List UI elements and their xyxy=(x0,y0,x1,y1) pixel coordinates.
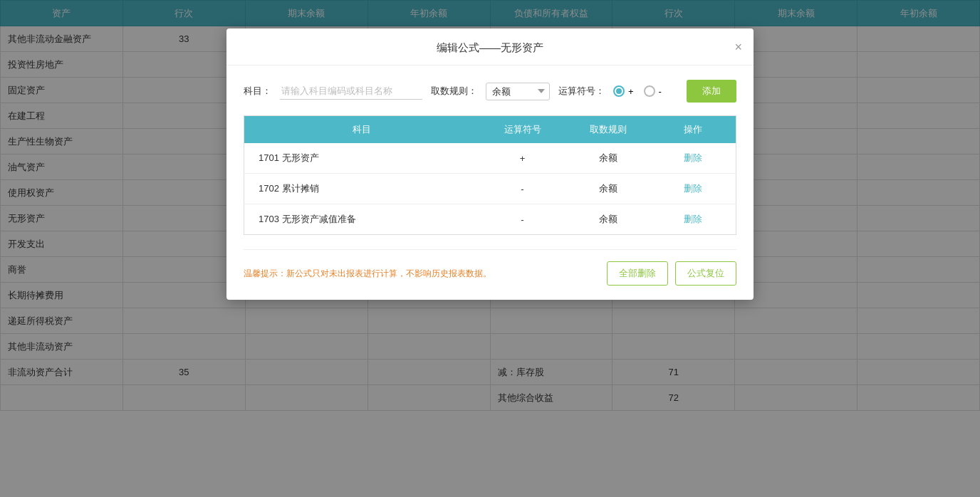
delete-row-button[interactable]: 删除 xyxy=(684,152,702,164)
rule-select[interactable]: 余额 借方发生额 贷方发生额 xyxy=(486,83,550,100)
table-row: 1701 无形资产+余额删除 xyxy=(244,143,736,174)
delete-row-button[interactable]: 删除 xyxy=(684,213,702,226)
formula-rule: 余额 xyxy=(565,143,651,174)
formula-action: 删除 xyxy=(651,204,736,235)
formula-action: 删除 xyxy=(651,174,736,204)
formula-rule: 余额 xyxy=(565,174,651,204)
formula-operator: - xyxy=(480,204,565,235)
formula-subject: 1701 无形资产 xyxy=(244,143,480,174)
radio-plus-label: + xyxy=(628,86,634,97)
formula-operator: - xyxy=(480,174,565,204)
table-row: 1702 累计摊销-余额删除 xyxy=(244,174,736,204)
tip-text: 温馨提示：新公式只对未出报表进行计算，不影响历史报表数据。 xyxy=(244,268,491,280)
radio-plus[interactable]: + xyxy=(613,85,634,97)
delete-row-button[interactable]: 删除 xyxy=(684,182,702,195)
modal-dialog: 编辑公式——无形资产 × 科目： 取数规则： 余额 借方发生额 贷方发生额 运算… xyxy=(226,28,754,300)
th-subject: 科目 xyxy=(244,116,480,144)
th-rule: 取数规则 xyxy=(565,116,651,144)
formula-operator: + xyxy=(480,143,565,174)
subject-input[interactable] xyxy=(280,83,422,100)
radio-minus-circle xyxy=(644,85,655,97)
rule-label: 取数规则： xyxy=(431,85,477,98)
formula-subject: 1703 无形资产减值准备 xyxy=(244,204,480,235)
delete-all-button[interactable]: 全部删除 xyxy=(607,261,668,286)
subject-label: 科目： xyxy=(244,85,271,98)
th-operator: 运算符号 xyxy=(480,116,565,144)
reset-formula-button[interactable]: 公式复位 xyxy=(675,261,736,286)
form-row: 科目： 取数规则： 余额 借方发生额 贷方发生额 运算符号： + xyxy=(244,80,736,103)
formula-subject: 1702 累计摊销 xyxy=(244,174,480,204)
operator-label: 运算符号： xyxy=(558,85,605,98)
modal-overlay: 编辑公式——无形资产 × 科目： 取数规则： 余额 借方发生额 贷方发生额 运算… xyxy=(0,0,980,497)
rule-select-group: 余额 借方发生额 贷方发生额 xyxy=(486,83,550,100)
close-button[interactable]: × xyxy=(734,41,742,53)
modal-footer: 温馨提示：新公式只对未出报表进行计算，不影响历史报表数据。 全部删除 公式复位 xyxy=(226,250,754,300)
formula-table: 科目 运算符号 取数规则 操作 1701 无形资产+余额删除1702 累计摊销-… xyxy=(244,115,736,235)
operator-radio-group: + - xyxy=(613,85,662,97)
radio-minus-label: - xyxy=(659,86,662,97)
modal-title: 编辑公式——无形资产 xyxy=(437,41,543,53)
radio-plus-circle xyxy=(613,85,625,97)
add-button[interactable]: 添加 xyxy=(687,80,736,103)
formula-action: 删除 xyxy=(651,143,736,174)
modal-header: 编辑公式——无形资产 × xyxy=(226,28,754,66)
modal-body: 科目： 取数规则： 余额 借方发生额 贷方发生额 运算符号： + xyxy=(226,66,754,249)
th-action: 操作 xyxy=(651,116,736,144)
radio-minus[interactable]: - xyxy=(644,85,662,97)
footer-buttons: 全部删除 公式复位 xyxy=(607,261,736,286)
formula-rule: 余额 xyxy=(565,204,651,235)
table-row: 1703 无形资产减值准备-余额删除 xyxy=(244,204,736,235)
